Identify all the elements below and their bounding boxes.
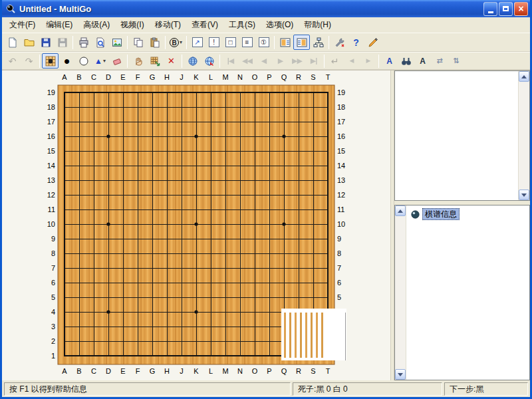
- menu-advanced[interactable]: 高级(A): [78, 17, 115, 33]
- first-move-icon: |◀: [227, 57, 234, 65]
- line-mark-button[interactable]: ≡: [239, 35, 255, 50]
- scroll-down-button[interactable]: [519, 190, 529, 200]
- web-library-button[interactable]: [184, 53, 201, 68]
- svg-text:H: H: [164, 73, 170, 81]
- svg-text:9: 9: [337, 235, 341, 243]
- menu-file[interactable]: 文件(F): [4, 17, 41, 33]
- setup-tool-button[interactable]: [146, 53, 163, 68]
- tools-button[interactable]: [331, 35, 348, 50]
- web-library-icon: [188, 56, 198, 66]
- black-stone-tool-button[interactable]: ●: [59, 53, 75, 68]
- scroll-up-button[interactable]: [519, 71, 529, 82]
- svg-text:6: 6: [337, 279, 341, 287]
- menu-edit[interactable]: 编辑(E): [41, 17, 78, 33]
- dropdown-arrow-icon: ▾: [180, 39, 182, 45]
- print-button[interactable]: [75, 35, 92, 50]
- scrollbar-track[interactable]: [519, 82, 529, 190]
- save-button[interactable]: [37, 35, 54, 50]
- tree-panel-content[interactable]: 棋谱信息: [406, 205, 529, 380]
- tree-view-button[interactable]: [310, 35, 327, 50]
- minimize-button[interactable]: [483, 2, 497, 16]
- marker-pen-button[interactable]: [364, 35, 381, 50]
- menu-help[interactable]: 帮助(H): [299, 17, 336, 33]
- first-move-button: |◀: [222, 53, 239, 68]
- paste-button[interactable]: [146, 35, 163, 50]
- mark-tool-button[interactable]: ▲▾: [92, 53, 108, 68]
- svg-text:M: M: [222, 367, 228, 375]
- menu-tools[interactable]: 工具(S): [223, 17, 261, 33]
- go-board[interactable]: AABBCCDDEEFFGGHHJJKKLLMMNNOOPPQQRRSSTT19…: [2, 70, 390, 380]
- toolbar-separator: [274, 36, 275, 49]
- copy-button[interactable]: [130, 35, 146, 50]
- comment-mark-button[interactable]: !: [205, 35, 222, 50]
- find-label-button[interactable]: A: [381, 53, 398, 68]
- svg-text:16: 16: [337, 132, 345, 140]
- menu-options[interactable]: 选项(O): [261, 17, 299, 33]
- play-move-tool-button[interactable]: [42, 53, 59, 68]
- svg-text:1: 1: [51, 352, 55, 360]
- arrow-down-icon: [521, 194, 527, 197]
- open-file-button[interactable]: [21, 35, 37, 50]
- board-pane: AABBCCDDEEFFGGHHJJKKLLMMNNOOPPQQRRSSTT19…: [2, 70, 390, 380]
- menu-look[interactable]: 查看(V): [186, 17, 223, 33]
- layout-left-button[interactable]: [277, 35, 293, 50]
- pan-tool-button[interactable]: [130, 53, 146, 68]
- status-bar: 按 F1 以得到帮助信息 死子:黑 0 白 0 下一步:黑: [2, 380, 530, 397]
- new-file-button[interactable]: [4, 35, 21, 50]
- dropdown-arrow-icon: ▾: [103, 58, 106, 64]
- svg-text:R: R: [296, 73, 301, 81]
- close-button[interactable]: ×: [514, 2, 528, 16]
- line-mark-icon: ≡: [242, 37, 253, 47]
- label-mark-button[interactable]: □: [222, 35, 239, 50]
- print-preview-button[interactable]: [92, 35, 108, 50]
- context-help-button[interactable]: ?: [348, 35, 364, 50]
- toolbar-separator: [329, 36, 329, 49]
- move-number-mark-button[interactable]: ①: [255, 35, 272, 50]
- context-help-icon: ?: [353, 38, 359, 47]
- move-number-mark-icon: ①: [259, 37, 269, 47]
- maximize-button[interactable]: [499, 2, 513, 16]
- svg-text:5: 5: [51, 293, 55, 301]
- svg-text:9: 9: [51, 235, 55, 243]
- svg-text:13: 13: [47, 176, 55, 184]
- tree-panel-scrollbar[interactable]: [395, 205, 406, 380]
- export-image-button[interactable]: [108, 35, 125, 50]
- rotate-board-button[interactable]: ⇅: [448, 53, 464, 68]
- multigo-window: Untitled - MultiGo × 文件(F)编辑(E)高级(A)视频(I…: [0, 0, 532, 399]
- white-stone-tool-button[interactable]: [75, 53, 92, 68]
- move-number-style-button[interactable]: B▾: [168, 35, 184, 50]
- svg-text:M: M: [222, 73, 228, 81]
- menu-view-i[interactable]: 视频(I): [115, 17, 149, 33]
- forward-10-button: ▶▶: [289, 53, 305, 68]
- toolbar-separator: [72, 36, 73, 49]
- svg-text:F: F: [136, 73, 140, 81]
- save-as-icon: [57, 37, 68, 48]
- next-move-mark-button[interactable]: ↗: [189, 35, 205, 50]
- delete-node-button[interactable]: ✕: [163, 53, 180, 68]
- svg-text:12: 12: [337, 191, 345, 199]
- svg-text:J: J: [180, 367, 184, 375]
- svg-text:18: 18: [47, 103, 55, 111]
- client-area: AABBCCDDEEFFGGHHJJKKLLMMNNOOPPQQRRSSTT19…: [2, 70, 530, 380]
- svg-text:C: C: [91, 367, 96, 375]
- web-search-button[interactable]: [201, 53, 217, 68]
- paste-icon: [150, 37, 160, 48]
- svg-text:18: 18: [337, 103, 345, 111]
- menu-move[interactable]: 移动(T): [150, 17, 186, 33]
- eraser-tool-button[interactable]: [108, 53, 125, 68]
- find-next-button[interactable]: A: [414, 53, 431, 68]
- tree-item-game-info[interactable]: 棋谱信息: [410, 208, 528, 220]
- scroll-down-button[interactable]: [395, 369, 406, 380]
- svg-text:13: 13: [337, 176, 345, 184]
- window-controls: ×: [483, 2, 528, 16]
- swap-branch-button[interactable]: ⇄: [431, 53, 448, 68]
- move-number-style-icon: B: [170, 38, 179, 47]
- save-icon: [41, 37, 51, 48]
- info-panel-scrollbar[interactable]: [518, 71, 529, 200]
- scrollbar-track[interactable]: [395, 216, 406, 369]
- svg-text:5: 5: [337, 293, 341, 301]
- find-button[interactable]: [398, 53, 414, 68]
- layout-right-button[interactable]: [293, 35, 310, 50]
- scroll-up-button[interactable]: [395, 205, 406, 216]
- info-panel-content[interactable]: [395, 71, 518, 200]
